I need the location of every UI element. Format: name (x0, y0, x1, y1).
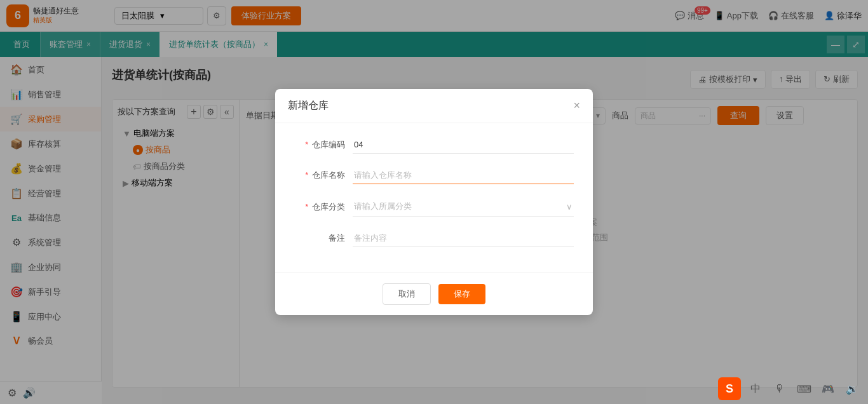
category-label: * 仓库分类 (294, 201, 345, 213)
keyboard-icon[interactable]: ⌨ (794, 379, 813, 398)
save-button[interactable]: 保存 (438, 284, 485, 304)
name-input[interactable] (353, 166, 574, 184)
chinese-input-icon[interactable]: 中 (746, 379, 765, 398)
mic-icon[interactable]: 🎙 (770, 379, 789, 398)
form-row-note: 备注 (294, 229, 574, 247)
add-warehouse-dialog: 新增仓库 × * 仓库编码 * 仓库名称 (275, 89, 593, 315)
volume-down-icon[interactable]: 🔉 (843, 379, 862, 398)
category-arrow-icon: ∨ (566, 202, 573, 212)
form-row-category: * 仓库分类 请输入所属分类 ∨ (294, 197, 574, 217)
dialog-footer: 取消 保存 (275, 273, 593, 315)
category-placeholder: 请输入所属分类 (354, 201, 412, 212)
category-select[interactable]: 请输入所属分类 ∨ (353, 197, 574, 217)
gamepad-icon[interactable]: 🎮 (818, 379, 837, 398)
note-input[interactable] (353, 229, 574, 247)
note-label: 备注 (294, 232, 345, 244)
cancel-button[interactable]: 取消 (383, 283, 431, 305)
dialog-header: 新增仓库 × (275, 89, 593, 123)
dialog-body: * 仓库编码 * 仓库名称 * 仓库分类 请输入所属 (275, 123, 593, 273)
dialog-title: 新增仓库 (288, 99, 329, 112)
modal-overlay: 新增仓库 × * 仓库编码 * 仓库名称 (0, 0, 868, 404)
s-icon: S (718, 377, 741, 400)
code-input[interactable] (353, 136, 574, 154)
code-label: * 仓库编码 (294, 139, 345, 151)
footer-icons: S 中 🎙 ⌨ 🎮 🔉 (718, 377, 862, 400)
name-label: * 仓库名称 (294, 170, 345, 181)
form-row-code: * 仓库编码 (294, 136, 574, 154)
dialog-close-button[interactable]: × (573, 99, 580, 112)
form-row-name: * 仓库名称 (294, 166, 574, 184)
